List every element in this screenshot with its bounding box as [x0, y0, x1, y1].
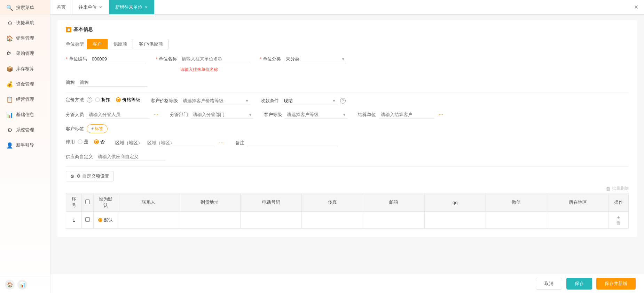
- disabled-yes-radio[interactable]: [78, 139, 83, 144]
- sidebar-item-sales[interactable]: 🏠 销售管理: [0, 31, 50, 46]
- quick-nav-icon: ⊙: [6, 19, 13, 26]
- pricing-level-option[interactable]: 价格等级: [116, 97, 140, 103]
- abbreviation-group: 简称: [66, 78, 147, 87]
- pricing-level-radio[interactable]: [116, 97, 121, 102]
- cell-default: 默认: [94, 212, 118, 229]
- pricing-help-icon[interactable]: ?: [87, 97, 92, 103]
- region-more-btn[interactable]: ···: [218, 140, 225, 146]
- tab-partners[interactable]: 往来单位 ✕: [72, 0, 109, 14]
- delete-row-btn[interactable]: 🗑: [615, 220, 622, 226]
- sidebar-item-purchase[interactable]: 🛍 采购管理: [0, 46, 50, 61]
- btn-supplier[interactable]: 供应商: [108, 39, 133, 49]
- manager-more-btn[interactable]: ···: [152, 112, 159, 118]
- disabled-yes-option[interactable]: 是: [78, 139, 88, 145]
- unit-category-select-wrapper: ▼: [284, 55, 346, 63]
- fax-input[interactable]: [308, 216, 357, 224]
- address-input[interactable]: [186, 216, 234, 224]
- email-input[interactable]: [369, 216, 418, 224]
- payment-terms-help-icon[interactable]: ?: [340, 98, 346, 104]
- sidebar-item-quick-nav[interactable]: ⊙ 快捷导航: [0, 15, 50, 31]
- payment-terms-wrapper: ▼: [282, 97, 337, 105]
- cell-contact: [118, 212, 179, 229]
- sidebar-item-inventory[interactable]: 📦 库存核算: [0, 61, 50, 76]
- btn-customer[interactable]: 客户: [87, 39, 108, 49]
- system-icon: ⚙: [6, 127, 13, 133]
- payment-terms-group: 收款条件 ▼ ?: [261, 97, 346, 105]
- unit-code-label: 单位编码: [66, 56, 87, 62]
- manager-input[interactable]: [87, 111, 149, 119]
- close-partners-tab[interactable]: ✕: [99, 5, 102, 10]
- basic-info-card: 📋 基本信息 单位类型 客户 供应商 客户/供应商 单位编码: [57, 20, 637, 237]
- unit-type-group: 单位类型 客户 供应商 客户/供应商: [66, 39, 169, 49]
- settlement-unit-input[interactable]: [379, 111, 434, 119]
- sidebar-chart-icon[interactable]: 📊: [17, 280, 27, 290]
- cancel-button[interactable]: 取消: [536, 278, 562, 290]
- settlement-unit-more-btn[interactable]: ···: [437, 112, 445, 118]
- disabled-label: 停用: [66, 139, 75, 145]
- abbreviation-row: 简称: [66, 78, 629, 87]
- customer-price-level-input[interactable]: [181, 97, 250, 105]
- unit-name-input[interactable]: [180, 55, 249, 63]
- save-and-new-button[interactable]: 保存并新增: [596, 278, 636, 290]
- wechat-input[interactable]: [492, 216, 541, 224]
- col-fax: 传真: [302, 193, 363, 212]
- sidebar-item-basic-info[interactable]: 📊 基础信息: [0, 107, 50, 122]
- default-radio[interactable]: [98, 218, 102, 222]
- unit-name-label: 单位名称: [156, 56, 177, 62]
- tab-new-partner[interactable]: 新增往来单位 ✕: [109, 0, 155, 14]
- tab-home[interactable]: 首页: [50, 0, 72, 14]
- customer-level-wrapper: ▼: [285, 111, 347, 119]
- supplier-custom-label: 供应商自定义: [66, 154, 93, 160]
- close-new-partner-tab[interactable]: ✕: [144, 5, 148, 10]
- sidebar: 🔍 搜索菜单 ⊙ 快捷导航 🏠 销售管理 🛍 采购管理 📦 库存核算 💰 资金管…: [0, 0, 50, 293]
- disabled-no-option[interactable]: 否: [94, 139, 105, 145]
- add-row-btn[interactable]: +: [616, 214, 621, 220]
- code-name-category-row: 单位编码 单位名称 请输入往来单位名称 单位分类 ▼: [66, 55, 629, 73]
- search-icon: 🔍: [6, 4, 13, 11]
- save-button[interactable]: 保存: [566, 278, 592, 290]
- close-all-tabs[interactable]: ✕: [634, 4, 644, 10]
- supplier-custom-input[interactable]: [96, 153, 165, 161]
- payment-terms-label: 收款条件: [261, 98, 279, 104]
- remarks-input[interactable]: [247, 139, 338, 147]
- disabled-radio-group: 是 否: [78, 139, 105, 145]
- phone-input[interactable]: [247, 216, 296, 224]
- disabled-no-radio[interactable]: [94, 139, 99, 144]
- qq-input[interactable]: [431, 216, 479, 224]
- region-table-input[interactable]: [553, 216, 602, 224]
- unit-category-label: 单位分类: [260, 56, 281, 62]
- abbreviation-input[interactable]: [78, 78, 147, 87]
- main-area: 首页 往来单位 ✕ 新增往来单位 ✕ ✕ 📋 基本信息 单位类型 客户: [50, 0, 644, 293]
- pricing-discount-option[interactable]: 折扣: [95, 97, 110, 103]
- basic-info-icon: 📊: [6, 111, 13, 118]
- department-label: 分管部门: [170, 112, 188, 118]
- sidebar-item-finance[interactable]: 💰 资金管理: [0, 76, 50, 92]
- sidebar-item-guide[interactable]: 👤 新手引导: [0, 138, 50, 153]
- batch-delete-label[interactable]: 批量删除: [612, 186, 629, 192]
- add-tag-btn[interactable]: + 标签: [87, 124, 108, 133]
- department-input[interactable]: [191, 111, 253, 119]
- table-row: 1 默认: [66, 212, 629, 229]
- pricing-row: 定价方法 ? 折扣 价格等级 客户价格等级: [66, 97, 629, 105]
- settlement-unit-group: 结算单位 ···: [358, 111, 445, 119]
- customer-price-level-wrapper: ▼: [181, 97, 250, 105]
- unit-code-input[interactable]: [90, 55, 146, 63]
- customer-level-input[interactable]: [285, 111, 347, 119]
- sidebar-item-operations[interactable]: 📋 经营管理: [0, 92, 50, 107]
- customer-level-group: 客户等级 ▼: [264, 111, 347, 119]
- sidebar-item-system[interactable]: ⚙ 系统管理: [0, 122, 50, 138]
- btn-customer-supplier[interactable]: 客户/供应商: [133, 39, 169, 49]
- contact-input[interactable]: [124, 216, 173, 224]
- custom-settings-btn[interactable]: ⚙ ⚙ 自定义项设置: [66, 171, 114, 181]
- sidebar-item-search[interactable]: 🔍 搜索菜单: [0, 0, 50, 15]
- region-input[interactable]: [145, 139, 215, 147]
- payment-terms-input[interactable]: [282, 97, 337, 105]
- unit-category-input[interactable]: [284, 55, 346, 63]
- select-all-checkbox[interactable]: [85, 200, 90, 204]
- sidebar-home-icon[interactable]: 🏠: [5, 280, 15, 290]
- delete-icon: 🗑: [606, 186, 611, 192]
- pricing-discount-radio[interactable]: [95, 97, 100, 102]
- row-checkbox[interactable]: [85, 217, 90, 222]
- col-contact: 联系人: [118, 193, 179, 212]
- unit-category-group: 单位分类 ▼: [260, 55, 346, 63]
